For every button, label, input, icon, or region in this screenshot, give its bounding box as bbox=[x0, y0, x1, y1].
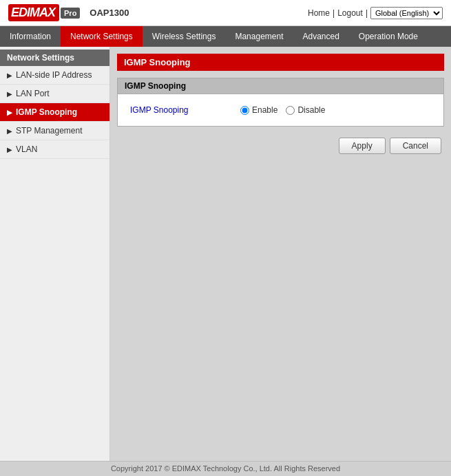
separator1: | bbox=[333, 8, 335, 18]
sidebar-item-igmp-snooping[interactable]: ▶ IGMP Snooping bbox=[0, 103, 109, 122]
button-row: Apply Cancel bbox=[117, 138, 444, 154]
logo-area: EDIMAX Pro OAP1300 bbox=[8, 4, 129, 21]
disable-label: Disable bbox=[297, 105, 325, 115]
main-layout: Network Settings ▶ LAN-side IP Address ▶… bbox=[0, 47, 451, 461]
section-body: IGMP Snooping Enable Disable bbox=[118, 94, 443, 126]
cancel-button[interactable]: Cancel bbox=[390, 138, 441, 154]
igmp-snooping-controls: Enable Disable bbox=[240, 105, 325, 115]
sidebar-item-vlan[interactable]: ▶ VLAN bbox=[0, 140, 109, 159]
logout-link[interactable]: Logout bbox=[337, 8, 363, 18]
language-select[interactable]: Global (English) Chinese Japanese bbox=[370, 7, 443, 19]
header-right: Home | Logout | Global (English) Chinese… bbox=[308, 7, 443, 19]
nav-item-advanced[interactable]: Advanced bbox=[293, 26, 348, 47]
igmp-snooping-label: IGMP Snooping bbox=[130, 105, 240, 115]
arrow-icon: ▶ bbox=[7, 90, 12, 98]
nav-item-management[interactable]: Management bbox=[225, 26, 293, 47]
header: EDIMAX Pro OAP1300 Home | Logout | Globa… bbox=[0, 0, 451, 26]
apply-button[interactable]: Apply bbox=[339, 138, 386, 154]
sidebar-title: Network Settings bbox=[0, 50, 109, 66]
sidebar-item-lan-port[interactable]: ▶ LAN Port bbox=[0, 85, 109, 103]
nav-item-operation-mode[interactable]: Operation Mode bbox=[349, 26, 428, 47]
sidebar-item-stp-management[interactable]: ▶ STP Management bbox=[0, 122, 109, 140]
enable-radio[interactable] bbox=[240, 106, 249, 115]
logo-pro-badge: Pro bbox=[61, 8, 80, 19]
footer: Copyright 2017 © EDIMAX Technology Co., … bbox=[0, 461, 451, 476]
nav-item-network-settings[interactable]: Network Settings bbox=[61, 26, 143, 47]
sidebar-item-label: LAN-side IP Address bbox=[16, 70, 92, 80]
content-area: IGMP Snooping IGMP Snooping IGMP Snoopin… bbox=[110, 47, 451, 461]
disable-radio[interactable] bbox=[286, 106, 295, 115]
sidebar-item-label: LAN Port bbox=[16, 89, 50, 98]
home-link[interactable]: Home bbox=[308, 8, 330, 18]
footer-text: Copyright 2017 © EDIMAX Technology Co., … bbox=[111, 464, 340, 473]
arrow-icon: ▶ bbox=[7, 72, 12, 79]
separator2: | bbox=[366, 8, 368, 18]
arrow-icon: ▶ bbox=[7, 146, 12, 153]
igmp-snooping-section: IGMP Snooping IGMP Snooping Enable Disab… bbox=[117, 78, 444, 127]
disable-radio-label[interactable]: Disable bbox=[286, 105, 325, 115]
arrow-icon: ▶ bbox=[7, 127, 12, 135]
igmp-snooping-row: IGMP Snooping Enable Disable bbox=[125, 101, 437, 119]
sidebar: Network Settings ▶ LAN-side IP Address ▶… bbox=[0, 47, 110, 461]
nav-item-information[interactable]: Information bbox=[0, 26, 61, 47]
edimax-logo: EDIMAX Pro bbox=[8, 4, 80, 21]
arrow-icon: ▶ bbox=[7, 109, 12, 116]
sidebar-item-label: STP Management bbox=[16, 126, 83, 136]
page-title: IGMP Snooping bbox=[117, 54, 444, 71]
enable-radio-label[interactable]: Enable bbox=[240, 105, 277, 115]
nav-item-wireless-settings[interactable]: Wireless Settings bbox=[143, 26, 226, 47]
enable-label: Enable bbox=[252, 105, 277, 115]
device-model: OAP1300 bbox=[90, 8, 129, 18]
section-header: IGMP Snooping bbox=[118, 78, 443, 94]
sidebar-item-label: IGMP Snooping bbox=[16, 107, 77, 117]
sidebar-item-lan-side-ip[interactable]: ▶ LAN-side IP Address bbox=[0, 66, 109, 85]
sidebar-item-label: VLAN bbox=[16, 144, 37, 154]
top-nav: Information Network Settings Wireless Se… bbox=[0, 26, 451, 47]
logo-edimax-text: EDIMAX bbox=[11, 6, 55, 20]
